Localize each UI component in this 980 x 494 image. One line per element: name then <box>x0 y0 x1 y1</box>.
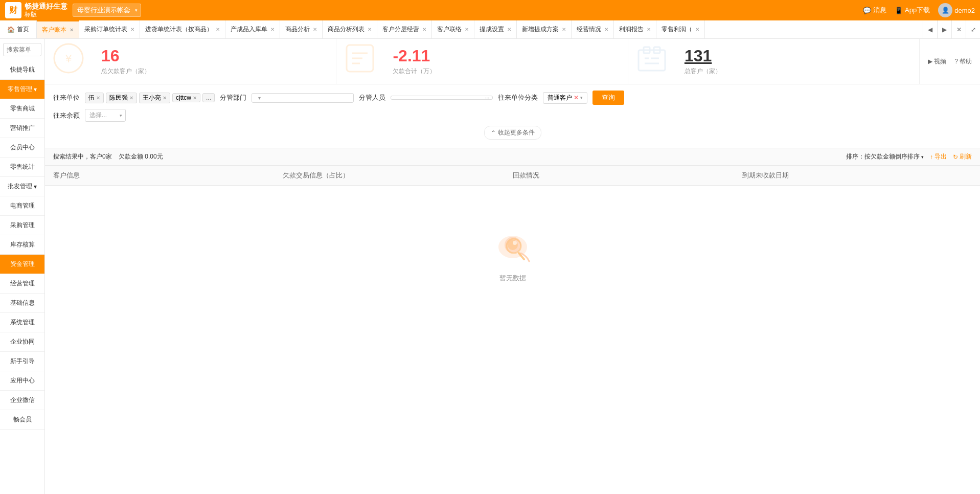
tab-product-analysis[interactable]: 商品分析 ✕ <box>280 20 323 39</box>
remove-tag-wu[interactable]: ✕ <box>96 95 100 101</box>
tab-promotion-settings[interactable]: 提成设置 ✕ <box>474 20 517 39</box>
tab-customer-account[interactable]: 客户账本 ✕ <box>37 20 79 39</box>
remove-tag-wang[interactable]: ✕ <box>163 95 167 101</box>
tab-customer-contact[interactable]: 客户联络 ✕ <box>432 20 474 39</box>
col-payment-status: 回款情况 <box>513 171 742 180</box>
data-table: 客户信息 欠款交易信息（占比） 回款情况 到期未收款日期 <box>45 166 980 494</box>
results-bar-right: 排序：按欠款金额倒序排序 ▾ ↑ 导出 ↻ 刷新 <box>846 152 972 161</box>
unit-type-filter-select[interactable]: 普通客户 ✕ ▾ <box>543 92 587 104</box>
tab-profit-report[interactable]: 利润报告 ✕ <box>614 20 656 39</box>
sidebar-item-enterprise-wechat[interactable]: 企业微信 <box>0 391 44 410</box>
tab-close-product-analysis-list[interactable]: ✕ <box>368 27 372 32</box>
top-bar: 财 畅捷通好生意 标版 母婴行业演示帐套 ▾ 💬 消息 📱 App下载 👤 de… <box>0 0 980 20</box>
dept-filter-label: 分管部门 <box>220 93 246 102</box>
refresh-button[interactable]: ↻ 刷新 <box>953 152 972 161</box>
balance-filter-select[interactable]: 选择... ▾ <box>85 109 126 122</box>
unit-type-filter-label: 往来单位分类 <box>498 93 538 102</box>
tab-close-profit-report[interactable]: ✕ <box>647 27 651 32</box>
chevron-down-icon-sort: ▾ <box>921 154 924 160</box>
tab-close-retail-profit[interactable]: ✕ <box>695 27 699 32</box>
total-customers-label: 总欠款客户（家） <box>101 67 150 76</box>
filter-row-1: 往来单位 伍 ✕ 陈民强 ✕ 王小亮 ✕ cjttcw <box>53 91 972 105</box>
total-customers-value: 16 <box>101 47 150 65</box>
tab-close-customer-contact[interactable]: ✕ <box>465 27 469 32</box>
account-selector[interactable]: 母婴行业演示帐套 ▾ <box>73 4 141 17</box>
user-menu[interactable]: 👤 demo2 <box>938 3 975 17</box>
remove-tag-cjttcw[interactable]: ✕ <box>193 95 197 101</box>
export-icon: ↑ <box>930 153 933 161</box>
tab-close-product-instock[interactable]: ✕ <box>270 27 275 32</box>
message-btn[interactable]: 💬 消息 <box>863 6 886 15</box>
tab-close-promotion-settings[interactable]: ✕ <box>507 27 511 32</box>
tabs-bar: 🏠 首页 客户账本 ✕ 采购订单统计表 ✕ 进货单统计表（按商品） ✕ 产成品入… <box>0 20 980 39</box>
sidebar-item-retail-mall[interactable]: 零售商城 <box>0 99 44 119</box>
sidebar-item-system[interactable]: 系统管理 <box>0 313 44 332</box>
tab-operations[interactable]: 经营情况 ✕ <box>572 20 614 39</box>
all-customers-value: 131 <box>685 47 721 65</box>
sidebar-item-quick-nav[interactable]: 快捷导航 <box>0 60 44 80</box>
sidebar-item-retail[interactable]: 零售管理 ▾ <box>0 80 44 99</box>
query-button[interactable]: 查询 <box>592 91 624 105</box>
collapse-area: ⌃ 收起更多条件 <box>53 126 972 140</box>
chevron-down-icon-unit-type: ▾ <box>580 95 583 100</box>
tab-fullscreen-btn[interactable]: ⤢ <box>966 20 980 39</box>
debt-total-value: -2.11 <box>393 47 436 65</box>
sidebar-item-member-plus[interactable]: 畅会员 <box>0 410 44 430</box>
refresh-icon: ↻ <box>953 153 958 161</box>
search-input[interactable] <box>3 43 41 56</box>
sidebar-item-member[interactable]: 会员中心 <box>0 138 44 158</box>
sidebar-item-ecommerce[interactable]: 电商管理 <box>0 196 44 216</box>
tab-close-purchase-order[interactable]: ✕ <box>130 27 134 32</box>
sidebar-item-enterprise[interactable]: 企业协同 <box>0 332 44 352</box>
export-button[interactable]: ↑ 导出 <box>930 152 947 161</box>
tab-customer-tier[interactable]: 客户分层经营 ✕ <box>377 20 432 39</box>
tab-close-purchase-stats[interactable]: ✕ <box>216 27 220 32</box>
tab-close-operations[interactable]: ✕ <box>604 27 608 32</box>
tab-new-promotion[interactable]: 新增提成方案 ✕ <box>517 20 572 39</box>
tab-close-customer-tier[interactable]: ✕ <box>422 27 426 32</box>
remove-tag-chen[interactable]: ✕ <box>129 95 133 101</box>
top-bar-right: 💬 消息 📱 App下载 👤 demo2 <box>863 3 975 17</box>
sidebar-item-inventory[interactable]: 库存核算 <box>0 235 44 255</box>
unit-tag-more[interactable]: ... <box>202 93 215 102</box>
logo-area: 财 畅捷通好生意 标版 <box>5 2 67 19</box>
collapse-button[interactable]: ⌃ 收起更多条件 <box>484 126 541 140</box>
tab-product-instock[interactable]: 产成品入库单 ✕ <box>225 20 280 39</box>
tab-close-all-btn[interactable]: ✕ <box>951 20 966 39</box>
tab-next-btn[interactable]: ▶ <box>937 20 951 39</box>
sidebar: 快捷导航 零售管理 ▾ 零售商城 营销推广 会员中心 零售统计 批发管理 ▾ 电… <box>0 39 45 494</box>
person-filter-select[interactable]: ··· <box>391 96 493 100</box>
sidebar-item-operations-mgmt[interactable]: 经营管理 <box>0 274 44 294</box>
sidebar-item-newbie[interactable]: 新手引导 <box>0 352 44 371</box>
tab-close-new-promotion[interactable]: ✕ <box>562 27 566 32</box>
sidebar-item-finance[interactable]: 资金管理 <box>0 255 44 274</box>
unit-tag-wu: 伍 ✕ <box>85 93 104 103</box>
tab-close-customer-account[interactable]: ✕ <box>70 27 74 33</box>
dept-filter-select[interactable] <box>252 93 354 103</box>
remove-unit-type-tag[interactable]: ✕ <box>574 94 579 101</box>
top-bar-left: 财 畅捷通好生意 标版 母婴行业演示帐套 ▾ <box>5 2 141 19</box>
tab-product-analysis-list[interactable]: 商品分析列表 ✕ <box>323 20 377 39</box>
app-download-btn[interactable]: 📱 App下载 <box>895 6 930 15</box>
tab-close-product-analysis[interactable]: ✕ <box>313 27 317 32</box>
sidebar-item-marketing[interactable]: 营销推广 <box>0 119 44 138</box>
table-header: 客户信息 欠款交易信息（占比） 回款情况 到期未收款日期 <box>45 166 980 186</box>
logo-text: 畅捷通好生意 标版 <box>25 2 67 19</box>
sidebar-search-area <box>0 39 44 60</box>
unit-tag-wang: 王小亮 ✕ <box>139 93 170 103</box>
sidebar-item-basic-info[interactable]: 基础信息 <box>0 294 44 313</box>
sidebar-item-retail-stats[interactable]: 零售统计 <box>0 158 44 177</box>
video-link[interactable]: ▶ 视频 <box>928 57 946 66</box>
collapse-icon: ⌃ <box>491 129 496 137</box>
tab-prev-btn[interactable]: ◀ <box>923 20 937 39</box>
tab-retail-profit[interactable]: 零售利润（ ✕ <box>656 20 705 39</box>
sidebar-item-wholesale[interactable]: 批发管理 ▾ <box>0 177 44 196</box>
tab-purchase-order[interactable]: 采购订单统计表 ✕ <box>79 20 140 39</box>
tab-home[interactable]: 🏠 首页 <box>0 20 37 39</box>
help-link[interactable]: ? 帮助 <box>954 57 972 66</box>
sidebar-item-purchase[interactable]: 采购管理 <box>0 216 44 235</box>
sidebar-item-app-center[interactable]: 应用中心 <box>0 371 44 391</box>
tab-purchase-stats[interactable]: 进货单统计表（按商品） ✕ <box>140 20 225 39</box>
results-summary: 搜索结果中，客户0家 欠款金额 0.00元 <box>53 152 163 161</box>
balance-filter-label: 往来余额 <box>53 111 80 120</box>
